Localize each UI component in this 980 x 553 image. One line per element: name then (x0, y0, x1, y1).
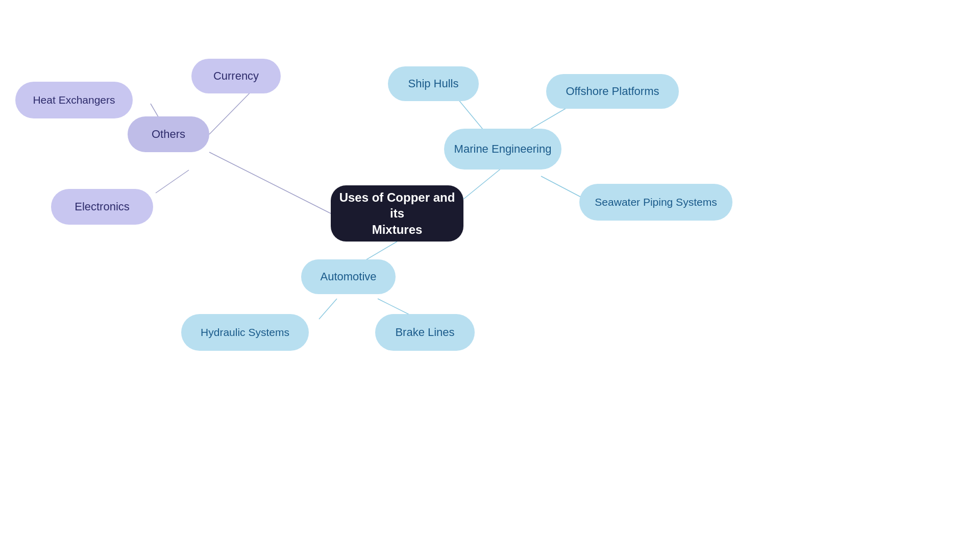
svg-line-3 (156, 170, 189, 193)
others-node[interactable]: Others (128, 116, 209, 152)
automotive-node[interactable]: Automotive (301, 259, 396, 294)
offshore-platforms-node[interactable]: Offshore Platforms (546, 74, 679, 109)
center-node[interactable]: Uses of Copper and itsMixtures (331, 185, 463, 242)
svg-line-9 (319, 299, 337, 319)
marine-engineering-node[interactable]: Marine Engineering (444, 129, 561, 170)
currency-node[interactable]: Currency (191, 59, 281, 93)
svg-line-0 (209, 152, 331, 213)
seawater-piping-node[interactable]: Seawater Piping Systems (579, 184, 732, 221)
hydraulic-systems-node[interactable]: Hydraulic Systems (181, 314, 309, 351)
mind-map-connections (0, 0, 980, 553)
ship-hulls-node[interactable]: Ship Hulls (388, 66, 479, 101)
brake-lines-node[interactable]: Brake Lines (375, 314, 475, 351)
electronics-node[interactable]: Electronics (51, 189, 153, 225)
heat-exchangers-node[interactable]: Heat Exchangers (15, 82, 133, 118)
